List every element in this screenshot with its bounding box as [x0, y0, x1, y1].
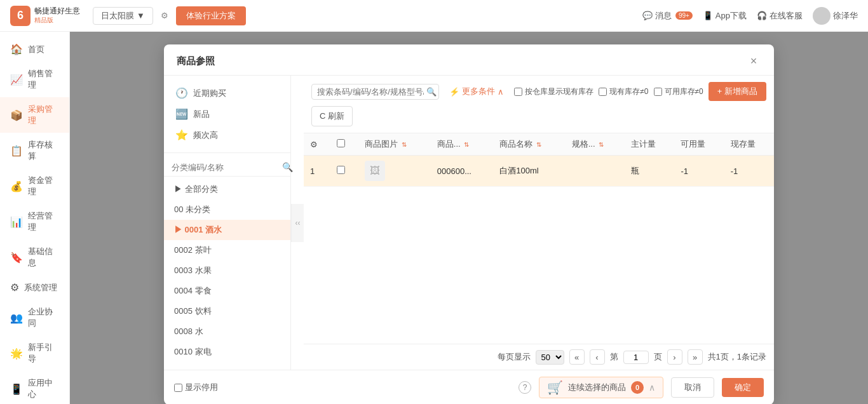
help-icon[interactable]: ?	[519, 381, 531, 394]
available-checkbox[interactable]	[654, 88, 662, 96]
per-page-label: 每页显示	[498, 351, 531, 363]
nav-item-new[interactable]: 🆕 新品	[169, 104, 285, 124]
sidebar-item-system[interactable]: ⚙ 系统管理	[0, 275, 69, 300]
system-icon: ⚙	[10, 281, 19, 293]
col-image: 商品图片 ⇅	[358, 133, 431, 156]
sort-icon: ⇅	[402, 141, 407, 148]
confirm-button[interactable]: 确定	[722, 378, 764, 397]
show-disabled-checkbox[interactable]	[174, 384, 182, 392]
nav-dropdown[interactable]: 日太阳膜 ▼	[93, 7, 153, 25]
page-unit: 页	[654, 351, 662, 363]
sidebar-item-collab[interactable]: 👥 企业协同	[0, 300, 69, 335]
sidebar-item-apps[interactable]: 📱 应用中心	[0, 371, 69, 404]
search-icon[interactable]: 🔍	[282, 162, 293, 172]
sidebar-item-finance[interactable]: 💰 资金管理	[0, 168, 69, 204]
sidebar-item-label: 首页	[28, 44, 44, 55]
guide-icon: 🌟	[10, 347, 23, 360]
product-table-container: ⚙ 商品图片 ⇅ 商品... ⇅	[304, 133, 774, 344]
online-service-item[interactable]: 🎧 在线客服	[757, 10, 803, 22]
notification-item[interactable]: 💬 消息 99+	[642, 10, 693, 22]
notification-badge: 99+	[675, 11, 693, 20]
cart-icon: 🛒	[547, 380, 563, 395]
sidebar-item-home[interactable]: 🏠 首页	[0, 37, 69, 62]
cart-area: 🛒 连续选择的商品 0 ∧	[539, 377, 663, 398]
col-settings[interactable]: ⚙	[304, 133, 330, 156]
filter-icon: ⚡	[449, 87, 459, 97]
cell-checkbox[interactable]	[330, 156, 358, 187]
total-info: 共1页，1条记录	[708, 351, 766, 363]
sidebar-item-inventory[interactable]: 📋 库存核算	[0, 133, 69, 168]
add-product-button[interactable]: + 新增商品	[709, 82, 766, 101]
footer-right: ? 🛒 连续选择的商品 0 ∧ 取消 确定	[519, 377, 764, 398]
cell-image: 🖼	[358, 156, 431, 187]
refresh-button[interactable]: C 刷新	[311, 106, 353, 126]
pagination: 每页显示 50 « ‹ 第 页 › » 共1页，1条记录	[304, 344, 774, 370]
sidebar-item-basics[interactable]: 🔖 基础信息	[0, 239, 69, 275]
dialog-close-button[interactable]: ×	[746, 53, 761, 69]
sidebar-item-label: 经营管理	[28, 210, 59, 233]
show-disabled-label[interactable]: 显示停用	[174, 382, 218, 393]
nav-item-frequent[interactable]: ⭐ 频次高	[169, 125, 285, 145]
category-tea[interactable]: 0002 茶叶	[164, 240, 290, 260]
sidebar-item-sales[interactable]: 📈 销售管理	[0, 62, 69, 97]
category-all[interactable]: ▶ 全部分类	[164, 179, 290, 199]
table-row[interactable]: 1 🖼 000600... 白酒100ml 瓶	[304, 156, 774, 187]
first-page-button[interactable]: «	[569, 349, 585, 365]
cell-spec	[566, 156, 625, 187]
sidebar-item-label: 应用中心	[28, 377, 59, 400]
col-checkbox[interactable]	[330, 133, 358, 156]
next-page-button[interactable]: ›	[667, 349, 682, 365]
category-drink[interactable]: 0005 饮料	[164, 301, 290, 321]
cancel-button[interactable]: 取消	[671, 377, 714, 398]
category-appliance[interactable]: 0010 家电	[164, 342, 290, 362]
cell-stock: -1	[724, 156, 774, 187]
finance-icon: 💰	[10, 180, 23, 192]
sidebar-item-operations[interactable]: 📊 经营管理	[0, 204, 69, 239]
prev-page-button[interactable]: ‹	[590, 349, 605, 365]
filter-button[interactable]: ⚡ 更多条件 ∧	[444, 83, 509, 100]
sidebar-item-label: 资金管理	[28, 175, 59, 198]
sidebar-item-guide[interactable]: 🌟 新手引导	[0, 335, 69, 371]
stock-checkbox[interactable]	[599, 88, 607, 96]
search-icon[interactable]: 🔍	[426, 87, 437, 97]
page-label: 第	[610, 351, 618, 363]
purchase-icon: 📦	[10, 109, 23, 121]
nav-item-recent[interactable]: 🕐 近期购买	[169, 83, 285, 103]
app-download-item[interactable]: 📱 App下载	[703, 10, 747, 22]
gear-icon[interactable]: ⚙	[161, 11, 168, 20]
trial-button[interactable]: 体验行业方案	[176, 6, 246, 25]
collab-icon: 👥	[10, 312, 23, 324]
available-checkbox-label[interactable]: 可用库存≠0	[654, 86, 703, 97]
category-snack[interactable]: 0004 零食	[164, 281, 290, 301]
home-icon: 🏠	[10, 43, 23, 55]
last-page-button[interactable]: »	[688, 349, 703, 365]
message-icon: 💬	[642, 11, 653, 20]
collapse-icon[interactable]: ∧	[649, 382, 655, 393]
category-fruit[interactable]: 0003 水果	[164, 260, 290, 281]
warehouse-checkbox-label[interactable]: 按仓库显示现有库存	[514, 86, 593, 97]
category-uncategorized[interactable]: 00 未分类	[164, 199, 290, 220]
sidebar-item-purchase[interactable]: 📦 采购管理	[0, 97, 69, 133]
row-checkbox[interactable]	[337, 166, 345, 174]
page-input[interactable]	[623, 351, 649, 364]
product-table: ⚙ 商品图片 ⇅ 商品... ⇅	[304, 133, 774, 187]
per-page-select[interactable]: 50	[536, 350, 564, 365]
category-liquor[interactable]: ▶ 0001 酒水	[164, 220, 290, 240]
select-all-checkbox[interactable]	[337, 139, 345, 147]
category-water[interactable]: 0008 水	[164, 321, 290, 342]
sidebar-item-label: 系统管理	[24, 282, 57, 293]
col-unit: 主计量	[625, 133, 674, 156]
product-search-input[interactable]	[317, 87, 424, 97]
toolbar: 🔍 ⚡ 更多条件 ∧ 按仓库显示现有库存	[304, 76, 774, 133]
sort-icon: ⇅	[464, 141, 469, 148]
star-icon: ⭐	[175, 129, 188, 141]
user-area[interactable]: 徐泽华	[813, 7, 858, 25]
stock-checkbox-label[interactable]: 现有库存≠0	[599, 86, 648, 97]
cell-num: 1	[304, 156, 330, 187]
collapse-button[interactable]: ‹‹	[291, 204, 304, 242]
col-name: 商品名称 ⇅	[493, 133, 566, 156]
warehouse-checkbox[interactable]	[514, 88, 522, 96]
recent-icon: 🕐	[175, 87, 188, 99]
category-search-input[interactable]	[172, 163, 278, 172]
modal-overlay: 商品参照 × 🕐 近期购买 🆕	[70, 32, 868, 404]
